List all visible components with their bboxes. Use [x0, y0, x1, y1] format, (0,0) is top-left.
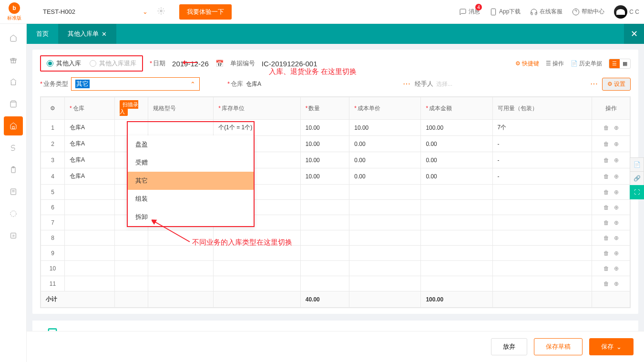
delete-icon[interactable]: 🗑: [603, 157, 609, 164]
handler-select[interactable]: 选择...: [436, 80, 452, 88]
delete-icon[interactable]: 🗑: [603, 219, 609, 226]
calendar-icon[interactable]: 📅: [215, 60, 224, 67]
user-menu[interactable]: C C: [614, 5, 639, 19]
date-value[interactable]: 2019-12-26: [172, 60, 209, 68]
messages-badge: 4: [475, 4, 482, 10]
org-select[interactable]: TEST-H002 ⌄: [38, 5, 153, 19]
delete-icon[interactable]: 🗑: [603, 265, 609, 272]
copy-icon[interactable]: ⊕: [614, 250, 619, 257]
table-row[interactable]: 9 🗑⊕: [41, 246, 630, 261]
settings-button[interactable]: ⚙ 设置: [602, 78, 631, 91]
copy-icon[interactable]: ⊕: [614, 173, 619, 180]
col-scan: 扫描录入: [115, 97, 148, 120]
doc-no-value: IC-20191226-001: [262, 60, 317, 68]
sidebar-new-icon[interactable]: 新: [4, 226, 23, 245]
warehouse-label: *仓库: [227, 80, 243, 88]
svg-rect-8: [12, 126, 14, 129]
main-content: 首页 其他入库单 ✕ ✕ 其他入库: [27, 24, 644, 362]
table-row[interactable]: 1 仓库A 个(1个 = 1个) 10.00 10.00 100.00 7个 🗑…: [41, 120, 630, 136]
copy-icon[interactable]: ⊕: [614, 189, 619, 196]
sidebar-clipboard-icon[interactable]: [4, 160, 23, 179]
biz-type-select[interactable]: 其它 ⌃: [71, 77, 200, 91]
delete-icon[interactable]: 🗑: [603, 204, 609, 211]
warehouse-value[interactable]: 仓库A: [246, 80, 261, 88]
delete-icon[interactable]: 🗑: [603, 124, 609, 131]
float-link-icon[interactable]: 🔗: [630, 171, 644, 186]
experience-button[interactable]: 我要体验一下: [179, 4, 232, 20]
annotation-2: 不同业务的入库类型在这里切换: [192, 238, 292, 247]
copy-icon[interactable]: ⊕: [614, 124, 619, 131]
close-all-tabs[interactable]: ✕: [624, 24, 644, 44]
svg-point-14: [10, 211, 16, 217]
view-grid-icon[interactable]: ▦: [620, 59, 630, 68]
col-unit: *库存单位: [214, 97, 301, 120]
table-row[interactable]: 11 🗑⊕: [41, 276, 630, 291]
delete-icon[interactable]: 🗑: [603, 280, 609, 287]
more-icon[interactable]: ···: [591, 81, 598, 87]
sidebar-gift-icon[interactable]: [4, 51, 23, 70]
sidebar-house-icon[interactable]: [4, 72, 23, 92]
help-center-button[interactable]: 帮助中心: [572, 8, 604, 16]
messages-button[interactable]: 消息 4: [459, 8, 480, 16]
online-service-button[interactable]: 在线客服: [530, 8, 562, 16]
more-icon[interactable]: ···: [403, 81, 411, 87]
discard-button[interactable]: 放弃: [491, 338, 527, 355]
operate-button[interactable]: ☰ 操作: [546, 60, 564, 68]
radio-other-return[interactable]: 其他入库退库: [90, 59, 136, 68]
logo-text: 标准版: [7, 15, 21, 21]
sidebar-warehouse-icon[interactable]: [4, 116, 23, 135]
save-draft-button[interactable]: 保存草稿: [534, 338, 583, 355]
page-tabs: 首页 其他入库单 ✕ ✕: [27, 24, 644, 44]
delete-icon[interactable]: 🗑: [603, 235, 609, 241]
sidebar-circle-icon[interactable]: [4, 204, 23, 223]
copy-icon[interactable]: ⊕: [614, 157, 619, 164]
logo[interactable]: b 标准版: [5, 2, 24, 21]
view-list-icon[interactable]: ☰: [609, 59, 620, 68]
tab-home[interactable]: 首页: [27, 24, 58, 44]
app-download-button[interactable]: App下载: [490, 8, 521, 16]
radio-unchecked-icon: [90, 60, 96, 67]
view-toggle[interactable]: ☰ ▦: [609, 59, 631, 69]
gear-icon[interactable]: [157, 7, 165, 16]
gear-column-icon[interactable]: ⚙: [41, 97, 65, 120]
delete-icon[interactable]: 🗑: [603, 189, 609, 196]
chevron-up-icon: ⌃: [190, 81, 195, 88]
sidebar-report-icon[interactable]: [4, 182, 23, 201]
col-warehouse: *仓库: [65, 97, 115, 120]
dropdown-option[interactable]: 其它: [128, 172, 254, 190]
close-icon[interactable]: ✕: [102, 31, 107, 38]
shortcut-button[interactable]: ⚙ 快捷键: [515, 60, 539, 68]
copy-icon[interactable]: ⊕: [614, 141, 619, 147]
radio-other-in[interactable]: 其他入库: [47, 59, 81, 68]
table-row[interactable]: 8 🗑⊕: [41, 230, 630, 246]
sidebar-bag-icon[interactable]: [4, 94, 23, 114]
col-price: *成本单价: [349, 97, 421, 120]
copy-icon[interactable]: ⊕: [614, 280, 619, 287]
col-action: 操作: [592, 97, 630, 120]
save-button[interactable]: 保存 ⌄: [589, 338, 634, 355]
delete-icon[interactable]: 🗑: [603, 250, 609, 257]
history-button[interactable]: 📄 历史单据: [571, 60, 602, 68]
chevron-down-icon: ⌄: [143, 8, 148, 15]
handler-label: 经手人: [415, 80, 433, 88]
tab-other-in[interactable]: 其他入库单 ✕: [58, 24, 116, 44]
float-expand-icon[interactable]: ⛶: [630, 185, 644, 199]
delete-icon[interactable]: 🗑: [603, 141, 609, 147]
sidebar-money-icon[interactable]: [4, 138, 23, 157]
annotation-1: 入库、退货业务 在这里切换: [269, 67, 357, 76]
copy-icon[interactable]: ⊕: [614, 204, 619, 211]
copy-icon[interactable]: ⊕: [614, 219, 619, 226]
dropdown-option[interactable]: 组装: [128, 190, 254, 208]
copy-icon[interactable]: ⊕: [614, 235, 619, 241]
table-row[interactable]: 10 🗑⊕: [41, 261, 630, 276]
delete-icon[interactable]: 🗑: [603, 173, 609, 180]
float-panel: 📄 🔗 ⛶: [630, 157, 644, 199]
dropdown-option[interactable]: 盘盈: [128, 135, 254, 154]
dropdown-option[interactable]: 受赠: [128, 154, 254, 172]
sidebar-home-icon[interactable]: [4, 29, 23, 48]
copy-icon[interactable]: ⊕: [614, 265, 619, 272]
notes-icon: 备注信息: [41, 327, 64, 331]
doc-no-label: 单据编号: [230, 59, 255, 68]
float-doc-icon[interactable]: 📄: [630, 157, 644, 172]
dropdown-option[interactable]: 拆卸: [128, 208, 254, 226]
